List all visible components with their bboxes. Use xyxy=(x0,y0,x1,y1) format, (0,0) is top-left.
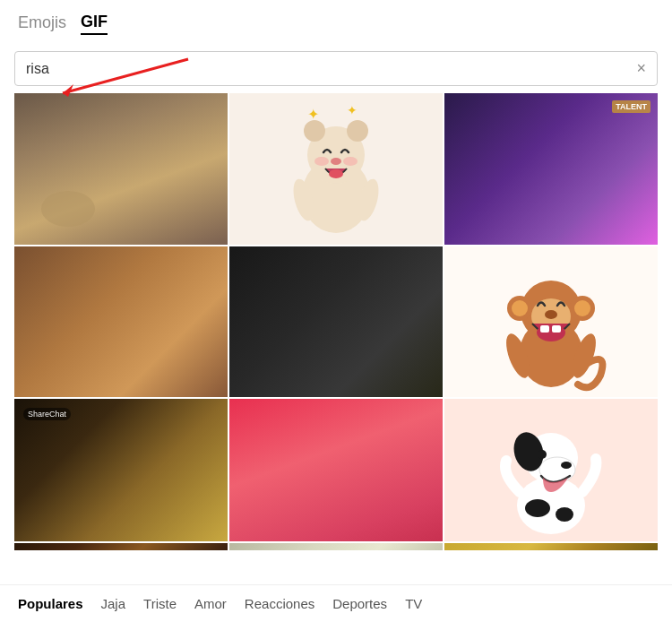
gif-item[interactable] xyxy=(14,93,228,245)
gif-item[interactable] xyxy=(444,543,658,551)
search-input[interactable] xyxy=(26,61,636,77)
svg-point-19 xyxy=(512,300,528,316)
svg-point-4 xyxy=(304,120,325,142)
nav-item-amor[interactable]: Amor xyxy=(194,596,227,611)
snoopy-cartoon xyxy=(444,399,658,541)
svg-point-21 xyxy=(545,310,557,319)
gif-item[interactable] xyxy=(229,399,443,541)
svg-point-20 xyxy=(574,300,590,316)
header: Emojis GIF xyxy=(0,0,672,44)
svg-rect-24 xyxy=(552,325,561,333)
svg-rect-23 xyxy=(540,325,549,333)
svg-point-34 xyxy=(556,507,573,522)
bottom-nav: Populares Jaja Triste Amor Reacciones De… xyxy=(0,584,672,622)
nav-item-triste[interactable]: Triste xyxy=(143,596,177,611)
nav-item-populares[interactable]: Populares xyxy=(18,596,83,611)
svg-text:✦: ✦ xyxy=(347,103,358,117)
tab-emojis[interactable]: Emojis xyxy=(18,13,66,34)
tab-gif[interactable]: GIF xyxy=(81,13,108,35)
nav-item-reacciones[interactable]: Reacciones xyxy=(245,596,314,611)
gif-item[interactable] xyxy=(229,246,443,398)
nav-item-jaja[interactable]: Jaja xyxy=(101,596,126,611)
svg-point-33 xyxy=(525,499,550,517)
svg-text:✦: ✦ xyxy=(307,107,319,122)
svg-point-8 xyxy=(331,158,341,165)
search-bar: × xyxy=(14,51,658,86)
gif-item[interactable] xyxy=(14,399,228,541)
gif-item[interactable] xyxy=(229,543,443,551)
nav-item-deportes[interactable]: Deportes xyxy=(332,596,387,611)
gif-item[interactable]: ✦ ✦ xyxy=(229,93,443,245)
gif-item[interactable] xyxy=(444,93,658,245)
gif-item[interactable] xyxy=(14,246,228,398)
clear-icon[interactable]: × xyxy=(636,59,646,78)
gif-item[interactable] xyxy=(444,246,658,398)
svg-point-32 xyxy=(561,462,572,469)
svg-point-9 xyxy=(329,169,343,178)
nav-item-tv[interactable]: TV xyxy=(405,596,422,611)
svg-point-6 xyxy=(314,157,329,166)
bear-cartoon: ✦ ✦ xyxy=(229,93,443,245)
gif-item[interactable] xyxy=(444,399,658,541)
svg-point-7 xyxy=(343,157,358,166)
gif-grid: ✦ ✦ xyxy=(14,93,658,550)
gif-item[interactable] xyxy=(14,543,228,551)
svg-point-31 xyxy=(538,450,547,459)
monkey-cartoon xyxy=(444,246,658,398)
svg-point-5 xyxy=(347,120,368,142)
